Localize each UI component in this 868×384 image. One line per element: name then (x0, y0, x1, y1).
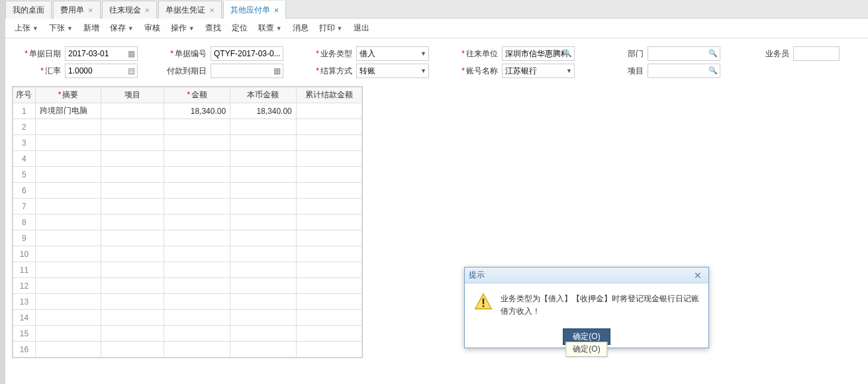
close-icon[interactable]: ✕ (691, 270, 704, 281)
tab-voucher[interactable]: 单据生凭证 × (158, 1, 222, 19)
warning-icon (474, 293, 493, 311)
account-select[interactable] (502, 64, 575, 78)
next-button[interactable]: 下张▼ (46, 23, 75, 34)
col-summary[interactable]: 摘要 (35, 87, 101, 103)
chevron-down-icon: ▼ (32, 25, 38, 32)
table-row[interactable]: 2 (13, 119, 362, 135)
account-label: 账号名称 (449, 66, 502, 77)
table-row[interactable]: 8 (13, 215, 362, 230)
settle-select[interactable] (356, 64, 429, 78)
cell-seq: 3 (13, 135, 36, 151)
chevron-down-icon: ▼ (276, 25, 282, 32)
tab-label: 单据生凭证 (166, 5, 205, 16)
salesman-input[interactable] (793, 46, 840, 61)
dialog-message: 业务类型为【借入】【收押金】时将登记现金银行日记账借方收入！ (501, 293, 699, 318)
col-settled[interactable]: 累计结款金额 (296, 87, 362, 103)
project-label: 项目 (595, 66, 648, 77)
chevron-down-icon: ▼ (128, 25, 134, 32)
form-area: 单据日期 ▦ 单据编号 业务类型 ▼ 往来单位 🔍 部门 🔍 业务员 (5, 38, 868, 83)
col-project[interactable]: 项目 (101, 87, 164, 103)
cell-settled[interactable] (296, 103, 362, 119)
dept-label: 部门 (595, 48, 648, 60)
tab-cash[interactable]: 往来现金 × (102, 1, 158, 19)
table-row[interactable]: 10 (13, 246, 362, 262)
tab-desktop[interactable]: 我的桌面 (5, 1, 52, 19)
cell-seq: 13 (13, 294, 36, 310)
cell-seq: 5 (13, 167, 36, 183)
cell-seq: 4 (13, 151, 36, 167)
cell-local-amount[interactable]: 18,340.00 (230, 103, 297, 119)
table-row[interactable]: 15 (13, 326, 362, 342)
close-icon[interactable]: × (88, 5, 93, 15)
cell-project[interactable] (101, 103, 164, 119)
svg-rect-2 (483, 305, 484, 307)
table-row[interactable]: 14 (13, 310, 362, 326)
cell-seq: 12 (13, 278, 36, 294)
cell-seq: 7 (13, 199, 36, 215)
rate-label: 汇率 (12, 66, 65, 77)
dialog-titlebar[interactable]: 提示 ✕ (465, 267, 708, 283)
chevron-down-icon: ▼ (67, 25, 73, 32)
cell-seq: 2 (13, 119, 36, 135)
find-button[interactable]: 查找 (203, 23, 224, 34)
cell-seq: 14 (13, 310, 36, 326)
salesman-label: 业务员 (740, 48, 793, 60)
table-row[interactable]: 13 (13, 294, 362, 310)
tab-other-payable[interactable]: 其他应付单 × (223, 1, 287, 19)
prev-button[interactable]: 上张▼ (12, 23, 41, 34)
cell-amount[interactable]: 18,340.00 (164, 103, 230, 119)
bill-date-input[interactable] (65, 46, 138, 61)
ok-tooltip: 确定(O) (565, 342, 607, 357)
locate-button[interactable]: 定位 (229, 23, 250, 34)
biz-type-select[interactable] (356, 46, 429, 61)
close-icon[interactable]: × (209, 5, 215, 15)
operate-button[interactable]: 操作▼ (168, 23, 197, 34)
alert-dialog: 提示 ✕ 业务类型为【借入】【收押金】时将登记现金银行日记账借方收入！ 确定(O… (464, 267, 709, 348)
table-row[interactable]: 16 (13, 342, 362, 358)
cell-seq: 8 (13, 215, 36, 230)
bill-no-label: 单据编号 (158, 48, 211, 60)
message-button[interactable]: 消息 (290, 23, 311, 34)
table-row[interactable]: 3 (13, 135, 362, 151)
tab-expense[interactable]: 费用单 × (53, 1, 101, 19)
print-button[interactable]: 打印▼ (316, 23, 346, 34)
chevron-down-icon: ▼ (189, 25, 195, 32)
new-button[interactable]: 新增 (81, 23, 102, 34)
table-row[interactable]: 1跨境部门电脑18,340.0018,340.00 (13, 103, 362, 119)
svg-rect-1 (483, 299, 484, 305)
partner-input[interactable] (502, 46, 575, 61)
toolbar: 上张▼ 下张▼ 新增 保存▼ 审核 操作▼ 查找 定位 联查▼ 消息 打印▼ 退… (5, 19, 868, 38)
table-row[interactable]: 6 (13, 183, 362, 199)
table-row[interactable]: 7 (13, 199, 362, 215)
table-row[interactable]: 9 (13, 230, 362, 246)
cell-seq: 9 (13, 230, 36, 246)
project-input[interactable] (648, 64, 720, 78)
close-icon[interactable]: × (274, 5, 279, 15)
exit-button[interactable]: 退出 (351, 23, 372, 34)
pay-due-input[interactable] (211, 64, 283, 78)
tab-label: 其他应付单 (230, 5, 270, 16)
col-amount[interactable]: 金额 (164, 87, 230, 103)
dept-input[interactable] (648, 46, 720, 61)
cell-seq: 15 (13, 326, 36, 342)
grid-header-row: 序号 摘要 项目 金额 本币金额 累计结款金额 (13, 87, 362, 103)
table-row[interactable]: 12 (13, 278, 362, 294)
audit-button[interactable]: 审核 (142, 23, 163, 34)
bill-date-label: 单据日期 (12, 48, 65, 60)
tab-label: 费用单 (60, 5, 84, 16)
tab-label: 我的桌面 (13, 5, 44, 16)
close-icon[interactable]: × (145, 5, 150, 15)
table-row[interactable]: 4 (13, 151, 362, 167)
table-row[interactable]: 11 (13, 262, 362, 278)
rate-input[interactable] (65, 64, 138, 78)
cell-seq: 1 (13, 103, 36, 119)
col-seq[interactable]: 序号 (13, 87, 36, 103)
save-button[interactable]: 保存▼ (107, 23, 136, 34)
table-row[interactable]: 5 (13, 167, 362, 183)
cell-summary[interactable]: 跨境部门电脑 (35, 103, 101, 119)
link-button[interactable]: 联查▼ (256, 23, 285, 34)
bill-no-input[interactable] (211, 46, 283, 61)
cell-seq: 10 (13, 246, 36, 262)
col-local-amount[interactable]: 本币金额 (230, 87, 297, 103)
pay-due-label: 付款到期日 (158, 66, 211, 77)
